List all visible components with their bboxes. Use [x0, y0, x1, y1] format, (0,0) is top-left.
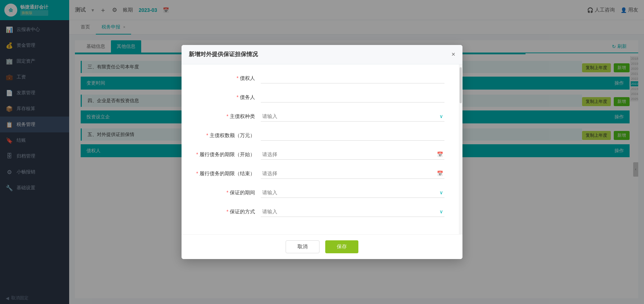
debt-type-input[interactable] [261, 111, 438, 121]
guarantee-period-input[interactable] [261, 187, 438, 198]
label-debt-amount: * 主债权数额（万元） [196, 132, 261, 139]
label-period-start: * 履行债务的期限（开始） [196, 151, 261, 158]
form-row-period-end: * 履行债务的期限（结束） 📅 [196, 168, 444, 179]
dialog-header: 新增对外提供保证担保情况 × [182, 45, 462, 64]
form-row-debtor: * 债务人 [196, 92, 444, 103]
chevron-down-icon[interactable]: ∨ [438, 113, 444, 119]
form-row-creditor: * 债权人 [196, 73, 444, 83]
label-debtor: * 债务人 [196, 94, 261, 101]
dialog-close-icon[interactable]: × [451, 51, 455, 58]
calendar-icon[interactable]: 📅 [435, 171, 444, 176]
scrollbar-thumb [460, 67, 462, 103]
required-star: * [206, 132, 208, 138]
form-row-guarantee-method: * 保证的方式 ∨ [196, 207, 444, 217]
dialog-footer: 取消 保存 [182, 234, 462, 259]
period-start-input[interactable] [261, 149, 435, 159]
label-period-end: * 履行债务的期限（结束） [196, 171, 261, 177]
label-guarantee-method: * 保证的方式 [196, 209, 261, 215]
period-end-input[interactable] [261, 168, 435, 178]
form-row-guarantee-period: * 保证的期间 ∨ [196, 187, 444, 198]
select-debt-type[interactable]: ∨ [261, 111, 444, 122]
cancel-button[interactable]: 取消 [286, 240, 319, 253]
calendar-icon[interactable]: 📅 [435, 151, 444, 157]
select-guarantee-period[interactable]: ∨ [261, 187, 444, 198]
required-star: * [227, 113, 228, 119]
input-creditor[interactable] [261, 73, 444, 83]
date-period-end[interactable]: 📅 [261, 168, 444, 179]
form-row-debt-type: * 主债权种类 ∨ [196, 111, 444, 122]
label-creditor: * 债权人 [196, 75, 261, 82]
dialog: 新增对外提供保证担保情况 × * 债权人 * 债务人 [182, 45, 462, 259]
required-star: * [227, 190, 228, 195]
required-star: * [196, 171, 198, 176]
dialog-scrollbar[interactable] [459, 64, 462, 234]
required-star: * [237, 94, 238, 100]
label-debt-type: * 主债权种类 [196, 113, 261, 120]
label-guarantee-period: * 保证的期间 [196, 190, 261, 196]
chevron-down-icon[interactable]: ∨ [438, 209, 444, 214]
required-star: * [227, 209, 228, 214]
form-row-debt-amount: * 主债权数额（万元） [196, 130, 444, 141]
input-debtor[interactable] [261, 92, 444, 103]
guarantee-method-input[interactable] [261, 207, 438, 217]
required-star: * [237, 75, 238, 81]
required-star: * [196, 151, 198, 157]
input-debt-amount[interactable] [261, 130, 444, 141]
date-period-start[interactable]: 📅 [261, 149, 444, 160]
dialog-title: 新增对外提供保证担保情况 [189, 51, 258, 58]
dialog-body: * 债权人 * 债务人 * 主债权种类 [182, 64, 459, 234]
save-button[interactable]: 保存 [325, 240, 358, 253]
form-row-period-start: * 履行债务的期限（开始） 📅 [196, 149, 444, 160]
chevron-down-icon[interactable]: ∨ [438, 190, 444, 195]
dialog-overlay: 新增对外提供保证担保情况 × * 债权人 * 债务人 [0, 0, 644, 304]
select-guarantee-method[interactable]: ∨ [261, 207, 444, 217]
